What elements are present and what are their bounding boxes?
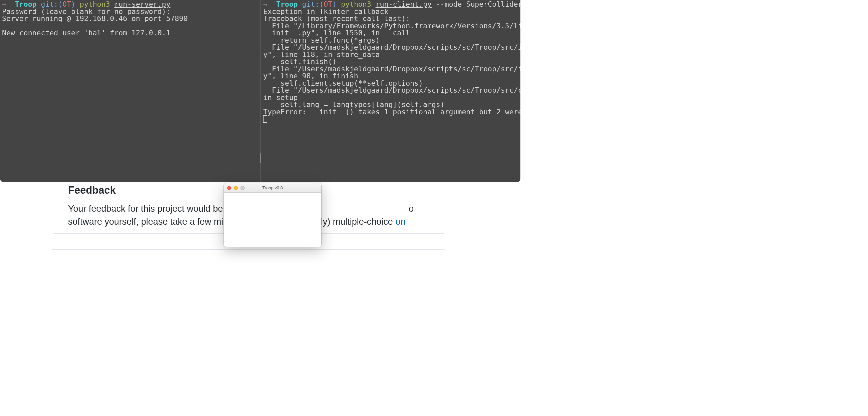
troop-titlebar[interactable]: Troop v0.8 (224, 183, 321, 193)
minimize-icon[interactable] (234, 186, 238, 190)
feedback-survey-link[interactable]: on (395, 217, 405, 227)
term-right-line-11: File "/Users/madskjeldgaard/Dropbox/scri… (263, 86, 520, 94)
troop-app-window[interactable]: Troop v0.8 (223, 183, 321, 247)
close-icon[interactable] (227, 186, 231, 190)
maximize-icon[interactable] (241, 186, 245, 190)
prompt-args: --mode SuperCollider (436, 0, 520, 8)
term-right-line-14: TypeError: __init__() takes 1 positional… (263, 108, 520, 116)
terminal-pane-right[interactable]: → Troop git:(OT) python3 run-client.py -… (261, 0, 520, 182)
term-left-line-3: New connected user 'hal' from 127.0.0.1 (2, 29, 170, 37)
next-section-border (52, 249, 445, 251)
cursor-icon (263, 115, 267, 123)
cursor-icon (2, 37, 6, 44)
terminal-pane-left[interactable]: → Troop git:(OT) python3 run-server.py P… (0, 0, 260, 182)
troop-window-body[interactable] (224, 193, 321, 247)
term-left-line-1: Server running @ 192.168.0.46 on port 57… (2, 14, 188, 23)
window-controls (224, 186, 245, 190)
terminal-window: → Troop git:(OT) python3 run-server.py P… (0, 0, 520, 182)
